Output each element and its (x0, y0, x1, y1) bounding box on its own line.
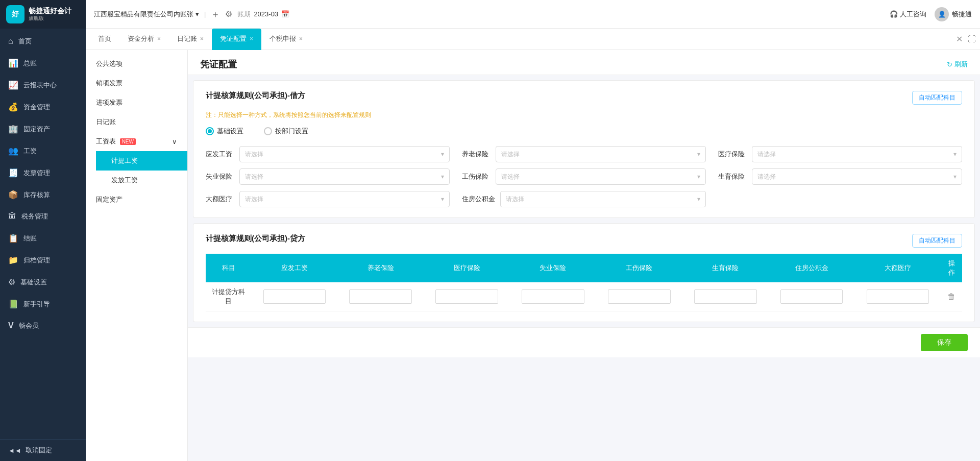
select-wage[interactable]: 请选择 ▾ (239, 146, 450, 162)
input-critical[interactable] (867, 289, 929, 304)
sidebar-item-inventory[interactable]: 📦 库存核算 (0, 184, 86, 206)
headset-icon: 🎧 (890, 10, 898, 18)
select-housing[interactable]: 请选择 ▾ (500, 191, 706, 207)
debit-section-note: 注：只能选择一种方式，系统将按照您当前的选择来配置规则 (206, 111, 962, 119)
input-housing[interactable] (780, 289, 843, 304)
sidebar-item-invoice[interactable]: 🧾 发票管理 (0, 162, 86, 184)
cancel-fixed-button[interactable]: ◄◄ 取消固定 (0, 439, 86, 461)
input-maternity[interactable] (694, 289, 756, 304)
input-wage[interactable] (263, 289, 326, 304)
tab-journal-close[interactable]: × (200, 35, 204, 42)
sidebar-item-guide[interactable]: 📗 新手引导 (0, 293, 86, 315)
select-wage-placeholder: 请选择 (245, 150, 263, 159)
select-pension[interactable]: 请选择 ▾ (496, 146, 706, 162)
refresh-icon: ↻ (947, 61, 952, 68)
select-critical-placeholder: 请选择 (245, 195, 263, 204)
left-nav: 公共选项 销项发票 进项发票 日记账 工资表 NEW ∨ 计提工资 (86, 50, 188, 461)
tab-home-label: 首页 (98, 34, 111, 43)
credit-auto-match-button[interactable]: 自动匹配科目 (912, 234, 962, 248)
input-injury[interactable] (608, 289, 670, 304)
company-selector[interactable]: 江西服宝精品有限责任公司内账张 ▾ (94, 10, 199, 19)
service-button[interactable]: 🎧 人工咨询 (890, 10, 926, 19)
nav-item-salary-table[interactable]: 工资表 NEW ∨ (86, 132, 187, 151)
chevron-down-icon: ▾ (441, 151, 444, 158)
inventory-icon: 📦 (8, 190, 18, 200)
select-critical[interactable]: 请选择 ▾ (239, 191, 450, 207)
nav-purchase-label: 进项发票 (96, 99, 122, 106)
radio-basic[interactable]: 基础设置 (206, 127, 243, 136)
sidebar-item-settle[interactable]: 📋 结账 (0, 227, 86, 249)
debit-form-grid: 应发工资 请选择 ▾ 养老保险 请选择 ▾ 医疗 (206, 146, 962, 207)
delete-row-button[interactable]: 🗑 (947, 292, 955, 301)
sidebar-item-home[interactable]: ⌂ 首页 (0, 31, 86, 52)
nav-item-purchase-invoice[interactable]: 进项发票 (86, 93, 187, 112)
input-medical[interactable] (435, 289, 498, 304)
close-window-icon[interactable]: ✕ (956, 34, 963, 44)
nav-item-public[interactable]: 公共选项 (86, 54, 187, 74)
th-unemployment: 失业保险 (510, 254, 596, 282)
chevron-down-icon: ▾ (953, 173, 957, 180)
nav-item-journal[interactable]: 日记账 (86, 112, 187, 132)
nav-sales-label: 销项发票 (96, 79, 122, 87)
tab-journal[interactable]: 日记账 × (169, 29, 212, 50)
form-item-unemployment: 失业保险 请选择 ▾ (206, 168, 450, 185)
period-selector[interactable]: 账期 2023-03 📅 (237, 10, 289, 19)
invoice-icon: 🧾 (8, 168, 18, 178)
maximize-icon[interactable]: ⛶ (968, 35, 976, 44)
radio-basic-label: 基础设置 (217, 127, 243, 136)
select-injury-placeholder: 请选择 (501, 173, 520, 181)
select-unemployment[interactable]: 请选择 ▾ (239, 168, 450, 185)
page-title: 凭证配置 (200, 58, 237, 70)
radio-department[interactable]: 按部门设置 (264, 127, 308, 136)
tab-fund-analysis[interactable]: 资金分析 × (119, 29, 169, 50)
sidebar-logo: 好 畅捷通好会计 旗舰版 (0, 0, 86, 29)
sidebar-item-funds[interactable]: 💰 资金管理 (0, 96, 86, 118)
funds-icon: 💰 (8, 102, 18, 112)
refresh-button[interactable]: ↻ 刷新 (947, 60, 968, 69)
tab-tax[interactable]: 个税申报 × (261, 29, 311, 50)
add-icon[interactable]: ＋ (211, 8, 220, 20)
td-row-label: 计提贷方科目 (206, 282, 251, 311)
chevron-down-icon: ▾ (441, 196, 444, 203)
tab-voucher-config[interactable]: 凭证配置 × (212, 29, 261, 50)
nav-item-fixed-assets[interactable]: 固定资产 (86, 190, 187, 209)
sidebar-item-tax[interactable]: 🏛 税务管理 (0, 206, 86, 227)
sidebar-item-assets[interactable]: 🏢 固定资产 (0, 118, 86, 140)
tab-voucher-close[interactable]: × (250, 35, 253, 42)
select-injury[interactable]: 请选择 ▾ (496, 168, 706, 185)
sidebar-item-settings[interactable]: ⚙ 基础设置 (0, 271, 86, 293)
tab-fund-close[interactable]: × (157, 35, 161, 42)
save-button[interactable]: 保存 (921, 334, 968, 351)
debit-auto-match-button[interactable]: 自动匹配科目 (912, 91, 962, 105)
vip-icon: V (8, 321, 14, 330)
ledger-icon: 📊 (8, 58, 18, 68)
sidebar-item-vip[interactable]: V 畅会员 (0, 315, 86, 336)
nav-item-sales-invoice[interactable]: 销项发票 (86, 74, 187, 93)
tab-tax-label: 个税申报 (270, 34, 296, 43)
chevron-down-icon: ▾ (697, 173, 700, 180)
gear-icon[interactable]: ⚙ (225, 9, 232, 19)
th-housing: 住房公积金 (769, 254, 855, 282)
td-medical (424, 282, 510, 311)
input-unemployment[interactable] (522, 289, 584, 304)
tab-tax-close[interactable]: × (299, 35, 303, 42)
select-medical[interactable]: 请选择 ▾ (752, 146, 962, 162)
pin-icon: ◄◄ (8, 447, 21, 454)
guide-icon: 📗 (8, 299, 18, 309)
sidebar-item-reports[interactable]: 📈 云报表中心 (0, 74, 86, 96)
sidebar-item-archive[interactable]: 📁 归档管理 (0, 249, 86, 271)
right-panel: 凭证配置 ↻ 刷新 计提核算规则(公司承担)-借方 自动匹配科目 注：只能选择一… (188, 50, 980, 461)
chevron-down-icon: ∨ (172, 138, 177, 145)
form-item-maternity: 生育保险 请选择 ▾ (718, 168, 962, 185)
sidebar-item-ledger[interactable]: 📊 总账 (0, 52, 86, 74)
select-pension-placeholder: 请选择 (501, 150, 520, 159)
nav-item-pay-salary[interactable]: 发放工资 (96, 171, 187, 190)
nav-item-accrue-salary[interactable]: 计提工资 (96, 151, 187, 171)
user-menu[interactable]: 👤 畅捷通 (935, 7, 972, 21)
th-injury: 工伤保险 (596, 254, 682, 282)
new-badge: NEW (120, 138, 136, 145)
select-maternity[interactable]: 请选择 ▾ (752, 168, 962, 185)
input-pension[interactable] (349, 289, 411, 304)
tab-home[interactable]: 首页 (90, 29, 119, 50)
sidebar-item-salary[interactable]: 👥 工资 (0, 140, 86, 162)
